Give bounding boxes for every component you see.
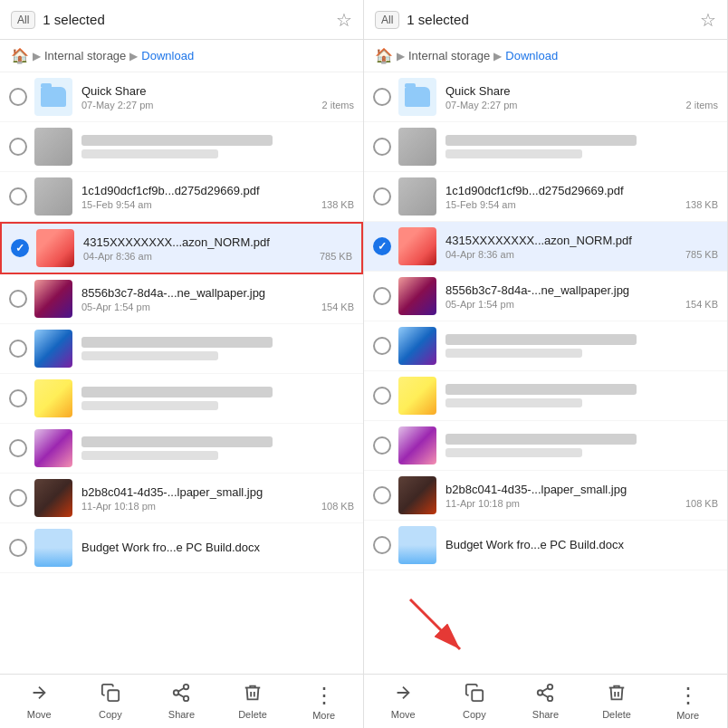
left-copy-button[interactable]: Copy [88,683,133,720]
left-radio-docx[interactable] [9,539,27,557]
right-file-pdf2[interactable]: 4315XXXXXXXX...azon_NORM.pdf 04-Apr 8:36… [364,222,727,272]
right-delete-button[interactable]: Delete [594,683,639,720]
left-star-icon[interactable]: ☆ [336,9,352,31]
left-file-pdf2[interactable]: 4315XXXXXXXX...azon_NORM.pdf 04-Apr 8:36… [0,222,363,274]
left-download-link[interactable]: Download [141,49,194,62]
right-panel: All 1 selected ☆ 🏠 ▶ Internal storage ▶ … [364,0,728,728]
right-radio-blurred4[interactable] [373,436,391,455]
left-blurred-name2 [81,337,273,348]
right-info-blurred2 [445,334,718,358]
right-copy-button[interactable]: Copy [452,683,497,720]
right-copy-icon [465,683,484,707]
right-radio-blurred1[interactable] [373,138,391,156]
left-more-button[interactable]: ⋮ More [302,683,347,721]
left-blurred-meta3 [81,401,218,410]
right-blurred-name2 [445,334,637,345]
right-info-quick-share: Quick Share 07-May 2:27 pm 2 items [445,84,718,110]
left-share-button[interactable]: Share [158,683,204,720]
svg-line-5 [178,688,184,692]
left-file-docx[interactable]: Budget Work fro...e PC Build.docx [0,523,363,573]
right-radio-blurred3[interactable] [373,387,391,405]
right-selected-count: 1 selected [407,12,468,27]
right-info-blurred3 [445,384,718,407]
right-move-button[interactable]: Move [380,683,426,720]
left-thumb-pdf1 [34,177,72,216]
right-file-blurred3[interactable] [364,371,727,421]
left-file-blurred3[interactable] [0,374,363,424]
left-thumb-docx [34,529,72,567]
left-file-blurred4[interactable] [0,424,363,474]
right-radio-jpg1[interactable] [373,287,391,305]
left-all-button[interactable]: All [11,11,35,29]
right-blurred-name4 [445,434,637,445]
left-radio-pdf1[interactable] [9,187,27,206]
right-meta-jpg1: 05-Apr 1:54 pm 154 KB [445,299,718,310]
left-move-icon [29,683,49,707]
left-info-jpg2: b2b8c041-4d35-...lpaper_small.jpg 11-Apr… [81,485,354,512]
right-file-jpg1[interactable]: 8556b3c7-8d4a-...ne_wallpaper.jpg 05-Apr… [364,272,727,321]
right-info-jpg2: b2b8c041-4d35-...lpaper_small.jpg 11-Apr… [445,483,718,509]
left-delete-button[interactable]: Delete [230,683,275,720]
left-radio-quick-share[interactable] [9,88,27,106]
left-radio-jpg1[interactable] [9,290,27,308]
left-file-blurred1[interactable] [0,122,363,172]
right-meta-pdf2: 04-Apr 8:36 am 785 KB [445,249,718,260]
svg-point-9 [548,685,553,690]
right-all-button[interactable]: All [375,11,399,29]
right-download-link[interactable]: Download [505,49,558,62]
right-radio-blurred2[interactable] [373,337,391,355]
right-file-blurred2[interactable] [364,321,727,371]
left-meta-jpg2: 11-Apr 10:18 pm 108 KB [81,501,354,512]
left-move-button[interactable]: Move [16,683,62,720]
left-file-blurred2[interactable] [0,324,363,374]
left-radio-blurred2[interactable] [9,340,27,358]
right-radio-pdf1[interactable] [373,187,391,206]
right-share-button[interactable]: Share [522,683,568,720]
left-radio-blurred1[interactable] [9,138,27,156]
right-thumb-quick-share [398,78,436,116]
right-more-button[interactable]: ⋮ More [666,683,711,721]
right-name-pdf1: 1c1d90dcf1cf9b...d275d29669.pdf [445,184,718,197]
right-file-docx[interactable]: Budget Work fro...e PC Build.docx [364,521,727,570]
right-blurred-name3 [445,384,637,395]
left-thumb-pdf2 [36,229,74,267]
left-radio-pdf2[interactable] [11,239,29,257]
right-file-quick-share[interactable]: Quick Share 07-May 2:27 pm 2 items [364,72,727,122]
left-home-icon[interactable]: 🏠 [11,47,29,64]
left-name-jpg2: b2b8c041-4d35-...lpaper_small.jpg [81,485,354,499]
left-meta-pdf2: 04-Apr 8:36 am 785 KB [83,251,352,262]
right-file-blurred4[interactable] [364,421,727,471]
left-name-docx: Budget Work fro...e PC Build.docx [81,541,354,554]
right-radio-quick-share[interactable] [373,88,391,106]
right-header-left: All 1 selected [375,11,469,29]
right-delete-label: Delete [602,709,631,720]
left-thumb-blurred2 [34,330,72,368]
left-file-jpg2[interactable]: b2b8c041-4d35-...lpaper_small.jpg 11-Apr… [0,474,363,523]
right-file-blurred1[interactable] [364,122,727,172]
left-thumb-blurred4 [34,429,72,467]
right-info-pdf2: 4315XXXXXXXX...azon_NORM.pdf 04-Apr 8:36… [445,234,718,260]
right-radio-pdf2[interactable] [373,237,391,255]
svg-point-2 [174,690,179,695]
left-file-jpg1[interactable]: 8556b3c7-8d4a-...ne_wallpaper.jpg 05-Apr… [0,274,363,324]
left-radio-jpg2[interactable] [9,489,27,507]
left-radio-blurred4[interactable] [9,439,27,457]
left-blurred-meta1 [81,149,218,158]
left-file-pdf1[interactable]: 1c1d90dcf1cf9b...d275d29669.pdf 15-Feb 9… [0,172,363,222]
right-star-icon[interactable]: ☆ [700,9,716,31]
right-thumb-pdf1 [398,177,436,216]
left-radio-blurred3[interactable] [9,389,27,407]
right-radio-docx[interactable] [373,536,391,554]
right-radio-jpg2[interactable] [373,486,391,504]
left-file-quick-share[interactable]: Quick Share 07-May 2:27 pm 2 items [0,72,363,122]
right-file-jpg2[interactable]: b2b8c041-4d35-...lpaper_small.jpg 11-Apr… [364,471,727,521]
left-info-blurred3 [81,387,354,410]
left-delete-label: Delete [238,709,267,720]
svg-point-1 [184,685,189,690]
left-name-jpg1: 8556b3c7-8d4a-...ne_wallpaper.jpg [81,286,354,300]
left-info-docx: Budget Work fro...e PC Build.docx [81,541,354,556]
left-thumb-quick-share [34,78,72,116]
right-thumb-pdf2 [398,227,436,265]
right-file-pdf1[interactable]: 1c1d90dcf1cf9b...d275d29669.pdf 15-Feb 9… [364,172,727,222]
right-home-icon[interactable]: 🏠 [375,47,393,64]
